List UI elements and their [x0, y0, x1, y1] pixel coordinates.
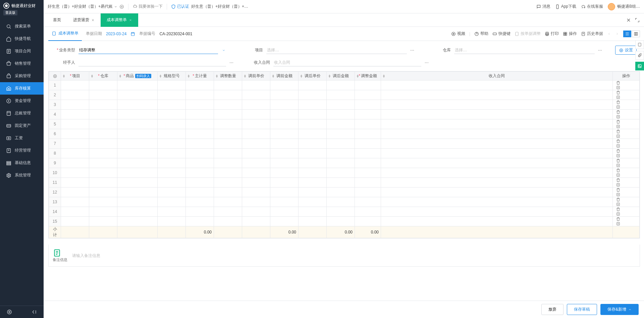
- nav-ledger[interactable]: 总账管理: [0, 107, 44, 119]
- table-row[interactable]: 9: [49, 158, 640, 168]
- nav-sales[interactable]: 销售管理: [0, 57, 44, 70]
- insert-icon[interactable]: [616, 105, 621, 109]
- fullscreen-icon[interactable]: [635, 17, 640, 23]
- gear-icon[interactable]: [119, 4, 124, 9]
- col-gear[interactable]: [49, 72, 61, 81]
- col-preprice[interactable]: ▲▼调前单价: [242, 72, 270, 81]
- table-row[interactable]: 8: [49, 149, 640, 158]
- doc-title-tab[interactable]: 成本调整单: [48, 27, 82, 41]
- table-row[interactable]: 6: [49, 129, 640, 139]
- nav-basedata[interactable]: 基础信息: [0, 157, 44, 169]
- table-row[interactable]: 2: [49, 90, 640, 100]
- insert-icon[interactable]: [616, 202, 621, 207]
- col-adjqty[interactable]: ▲▼调整数量: [214, 72, 242, 81]
- insert-icon[interactable]: [616, 144, 621, 148]
- insert-icon[interactable]: [616, 95, 621, 100]
- rail-note[interactable]: [635, 40, 644, 49]
- insert-icon[interactable]: [616, 114, 621, 119]
- delete-icon[interactable]: [616, 90, 621, 95]
- chevron-left-icon[interactable]: [607, 32, 611, 36]
- nav-search[interactable]: 搜索菜单: [0, 20, 44, 33]
- view-list[interactable]: [623, 31, 631, 37]
- calendar-icon[interactable]: [130, 32, 135, 36]
- collapse-icon[interactable]: [32, 309, 37, 315]
- nav-contract[interactable]: 项目合同: [0, 45, 44, 57]
- settings-icon[interactable]: [7, 309, 12, 315]
- plan-dropdown[interactable]: 好生意（普）+好业财（普）+易代账: [48, 4, 117, 9]
- print-link[interactable]: 打印: [545, 31, 559, 37]
- tab-home[interactable]: 首页: [47, 13, 67, 27]
- tab-return[interactable]: 进货退货: [67, 13, 101, 27]
- support-link[interactable]: 在线客服: [581, 4, 603, 9]
- nav-inventory[interactable]: 库存核算: [0, 82, 44, 95]
- col-preamt[interactable]: ▲▼调前金额: [270, 72, 299, 81]
- project-input[interactable]: [266, 46, 407, 54]
- delete-icon[interactable]: [616, 168, 621, 173]
- delete-icon[interactable]: [616, 217, 621, 221]
- delete-icon[interactable]: [616, 158, 621, 163]
- insert-icon[interactable]: [616, 134, 621, 139]
- ops-link[interactable]: 操作: [563, 31, 577, 37]
- doc-date[interactable]: 2023-03-24: [106, 32, 126, 36]
- more-icon[interactable]: ⋯: [410, 48, 414, 53]
- warehouse-input[interactable]: [454, 46, 595, 54]
- shortcut-link[interactable]: 快捷键: [492, 31, 511, 37]
- table-row[interactable]: 1: [49, 81, 640, 90]
- app-download-link[interactable]: App下载: [555, 4, 576, 9]
- col-mainqty[interactable]: ▲▼*主计量: [186, 72, 214, 81]
- delete-icon[interactable]: [616, 119, 621, 124]
- scan-chip[interactable]: 扫码录入: [135, 74, 151, 78]
- more-icon[interactable]: ⋯: [425, 60, 428, 65]
- save-new-button[interactable]: 保存&新增: [600, 304, 639, 315]
- income-input[interactable]: [273, 59, 421, 66]
- table-row[interactable]: 3: [49, 100, 640, 110]
- table-row[interactable]: 10: [49, 168, 640, 178]
- table-row[interactable]: 15: [49, 217, 640, 226]
- delete-icon[interactable]: [616, 178, 621, 182]
- nav-assets[interactable]: 固定资产: [0, 119, 44, 132]
- handler-input[interactable]: [78, 59, 226, 66]
- rail-image[interactable]: [635, 62, 644, 70]
- insert-icon[interactable]: [616, 163, 621, 168]
- delete-icon[interactable]: [616, 81, 621, 85]
- col-postamt[interactable]: ▲▼调后金额: [327, 72, 355, 81]
- nav-finance[interactable]: 资金管理: [0, 95, 44, 107]
- nav-operation[interactable]: 经营管理: [0, 144, 44, 157]
- nav-quicknav[interactable]: 快捷导航: [0, 33, 44, 45]
- table-row[interactable]: 4: [49, 110, 640, 119]
- setup-button[interactable]: 设置: [615, 46, 637, 55]
- insert-icon[interactable]: [616, 192, 621, 197]
- table-row[interactable]: 13: [49, 197, 640, 207]
- history-link[interactable]: 历史单据: [581, 31, 603, 37]
- save-draft-button[interactable]: 保存草稿: [567, 304, 597, 315]
- table-row[interactable]: 5: [49, 119, 640, 129]
- more-icon[interactable]: ⋯: [229, 60, 233, 65]
- biztype-input[interactable]: [78, 46, 218, 54]
- delete-icon[interactable]: [616, 100, 621, 105]
- delete-icon[interactable]: [616, 188, 621, 192]
- messages-link[interactable]: 消息: [536, 4, 550, 9]
- insert-icon[interactable]: [616, 153, 621, 158]
- nav-system[interactable]: 系统管理: [0, 169, 44, 181]
- col-income[interactable]: ▲▼收入合同: [381, 72, 613, 81]
- nav-salary[interactable]: 工资: [0, 132, 44, 144]
- delete-icon[interactable]: [616, 139, 621, 144]
- table-row[interactable]: 7: [49, 139, 640, 149]
- rail-attach[interactable]: [635, 51, 644, 60]
- table-row[interactable]: 12: [49, 188, 640, 197]
- insert-icon[interactable]: [616, 221, 621, 226]
- col-postprice[interactable]: ▲▼调后单价: [299, 72, 327, 81]
- remarks-input[interactable]: [72, 253, 636, 258]
- discard-button[interactable]: 放弃: [541, 304, 564, 315]
- insert-icon[interactable]: [616, 85, 621, 90]
- delete-icon[interactable]: [616, 149, 621, 153]
- chevron-down-icon[interactable]: [221, 49, 226, 52]
- more-icon[interactable]: ⋯: [598, 48, 602, 53]
- delete-icon[interactable]: [616, 207, 621, 212]
- insert-icon[interactable]: [616, 212, 621, 216]
- video-link[interactable]: 视频: [451, 31, 465, 37]
- chevron-right-icon[interactable]: [615, 32, 619, 36]
- help-link[interactable]: 帮助: [474, 31, 488, 37]
- col-product[interactable]: ▲▼*商品扫码录入: [117, 72, 158, 81]
- close-icon[interactable]: [129, 18, 132, 22]
